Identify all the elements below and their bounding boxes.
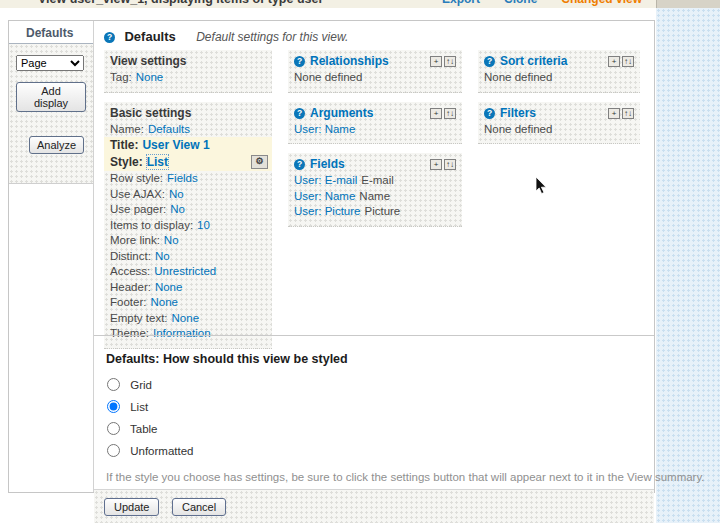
field-item: User: PicturePicture	[294, 204, 456, 220]
page-title: View user_view_1, displaying items of ty…	[38, 0, 323, 7]
field-item: User: E-mailE-mail	[294, 173, 456, 189]
add-icon[interactable]: +	[430, 56, 442, 67]
add-icon[interactable]: +	[608, 56, 620, 67]
help-icon[interactable]: ?	[294, 56, 305, 67]
page-header-links: Export Clone Changed view	[442, 0, 642, 7]
style-radio-table[interactable]	[107, 422, 120, 435]
setting-row-pager: Use pager:No	[110, 202, 266, 218]
style-edit-form: Defaults: How should this view be styled…	[94, 336, 654, 492]
cancel-button[interactable]: Cancel	[172, 498, 226, 516]
style-form-heading: Defaults: How should this view be styled	[106, 352, 642, 366]
style-option-list[interactable]: List	[106, 400, 642, 418]
add-icon[interactable]: +	[608, 108, 620, 119]
filters-title[interactable]: ?Filters	[484, 106, 536, 120]
tag-value-link[interactable]: None	[136, 71, 164, 83]
setting-value-link[interactable]: No	[155, 250, 170, 262]
style-form-description: If the style you choose has settings, be…	[106, 471, 642, 483]
arguments-title[interactable]: ?Arguments	[294, 106, 373, 120]
filters-empty: None defined	[484, 122, 634, 138]
field-link[interactable]: User: E-mail	[294, 174, 357, 186]
setting-row-access: Access:Unrestricted	[110, 264, 266, 280]
help-icon[interactable]: ?	[484, 56, 495, 67]
setting-row-header: Header:None	[110, 280, 266, 296]
help-icon[interactable]: ?	[104, 32, 115, 43]
form-actions: Update Cancel	[94, 489, 654, 523]
setting-row-rowstyle: Row style:Fields	[110, 171, 266, 187]
add-icon[interactable]: +	[430, 108, 442, 119]
setting-row-name: Name:Defaults	[110, 122, 266, 138]
views-edit-container: Defaults Page Add display Analyze ? Defa…	[8, 20, 655, 493]
arguments-box: ?Arguments +↑↓ User: Name	[288, 102, 462, 145]
help-icon[interactable]: ?	[484, 108, 495, 119]
style-option-unformatted[interactable]: Unformatted	[106, 444, 642, 462]
field-item: User: NameName	[294, 189, 456, 205]
setting-row-morelink: More link:No	[110, 233, 266, 249]
setting-row-style: ⚙ Style:List	[104, 154, 272, 171]
clone-link[interactable]: Clone	[504, 0, 537, 7]
display-type-select[interactable]: Page	[16, 55, 84, 71]
summary-column-3: ?Sort criteria +↑↓ None defined ?Filters…	[478, 50, 640, 153]
sort-criteria-empty: None defined	[484, 70, 634, 86]
argument-link[interactable]: User: Name	[294, 123, 355, 135]
style-radio-unformatted[interactable]	[107, 444, 120, 457]
filters-box: ?Filters +↑↓ None defined	[478, 102, 640, 145]
summary-column-2: ?Relationships +↑↓ None defined ?Argumen…	[288, 50, 462, 236]
browser-chrome-strip	[656, 0, 720, 8]
setting-value-link[interactable]: 10	[197, 219, 210, 231]
tag-row: Tag:None	[110, 70, 266, 86]
help-icon[interactable]: ?	[294, 159, 305, 170]
rearrange-icon[interactable]: ↑↓	[444, 56, 456, 67]
fields-box: ?Fields +↑↓ User: E-mailE-mail User: Nam…	[288, 153, 462, 227]
style-settings-gear-icon[interactable]: ⚙	[251, 155, 268, 169]
setting-row-items: Items to display:10	[110, 218, 266, 234]
style-option-grid[interactable]: Grid	[106, 378, 642, 396]
setting-row-ajax: Use AJAX:No	[110, 187, 266, 203]
field-link[interactable]: User: Name	[294, 190, 355, 202]
add-icon[interactable]: +	[430, 159, 442, 170]
add-display-button[interactable]: Add display	[16, 82, 86, 112]
setting-value-link[interactable]: List	[147, 155, 168, 169]
setting-row-footer: Footer:None	[110, 295, 266, 311]
sort-criteria-title[interactable]: ?Sort criteria	[484, 54, 567, 68]
rearrange-icon[interactable]: ↑↓	[444, 108, 456, 119]
setting-value-link[interactable]: Defaults	[148, 123, 190, 135]
sort-criteria-box: ?Sort criteria +↑↓ None defined	[478, 50, 640, 93]
update-button[interactable]: Update	[104, 498, 159, 516]
tab-defaults[interactable]: Defaults	[9, 21, 93, 44]
field-link[interactable]: User: Picture	[294, 205, 360, 217]
setting-value-link[interactable]: None	[172, 312, 200, 324]
setting-value-link[interactable]: None	[150, 296, 178, 308]
export-link[interactable]: Export	[442, 0, 480, 7]
style-option-table[interactable]: Table	[106, 422, 642, 440]
relationships-box: ?Relationships +↑↓ None defined	[288, 50, 462, 93]
setting-value-link[interactable]: User View 1	[142, 138, 209, 152]
rearrange-icon[interactable]: ↑↓	[622, 56, 634, 67]
analyze-button[interactable]: Analyze	[29, 136, 84, 154]
setting-value-link[interactable]: Fields	[167, 172, 198, 184]
relationships-empty: None defined	[294, 70, 456, 86]
displays-column: Defaults Page Add display Analyze	[9, 21, 93, 492]
setting-value-link[interactable]: Unrestricted	[154, 265, 216, 277]
page-header: View user_view_1, displaying items of ty…	[0, 0, 656, 8]
help-icon[interactable]: ?	[294, 108, 305, 119]
style-radio-list[interactable]	[107, 400, 120, 413]
changed-view-link[interactable]: Changed view	[561, 0, 642, 7]
relationships-title[interactable]: ?Relationships	[294, 54, 389, 68]
setting-row-title: Title:User View 1	[104, 137, 272, 154]
basic-settings-title: Basic settings	[110, 106, 191, 120]
fields-title[interactable]: ?Fields	[294, 157, 345, 171]
setting-row-distinct: Distinct:No	[110, 249, 266, 265]
display-details: ? Defaults Default settings for this vie…	[93, 21, 654, 492]
style-form-body: Defaults: How should this view be styled…	[94, 336, 654, 489]
setting-value-link[interactable]: No	[169, 188, 184, 200]
setting-value-link[interactable]: No	[164, 234, 179, 246]
rearrange-icon[interactable]: ↑↓	[622, 108, 634, 119]
setting-value-link[interactable]: None	[155, 281, 183, 293]
style-radio-grid[interactable]	[107, 378, 120, 391]
setting-value-link[interactable]: No	[170, 203, 185, 215]
view-summary: View settings Tag:None Basic settings Na…	[94, 48, 654, 335]
displays-panel: Page Add display Analyze	[9, 44, 93, 184]
summary-column-1: View settings Tag:None Basic settings Na…	[104, 50, 272, 358]
rearrange-icon[interactable]: ↑↓	[444, 159, 456, 170]
argument-item: User: Name	[294, 122, 456, 138]
